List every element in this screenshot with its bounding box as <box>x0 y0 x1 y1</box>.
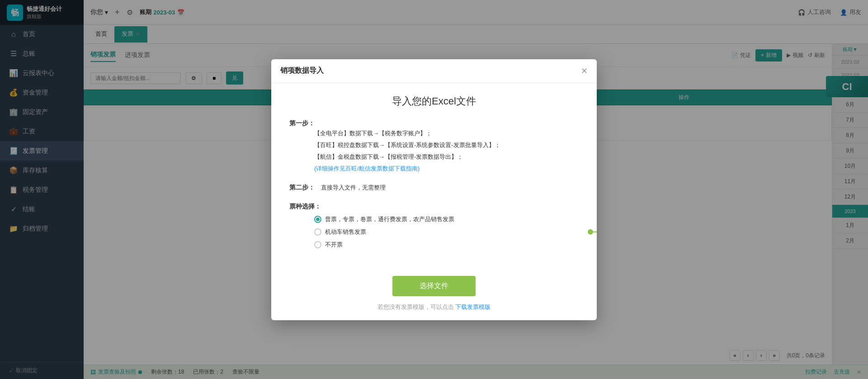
tooltip-dot <box>588 229 593 234</box>
modal-header: 销项数据导入 ✕ <box>271 59 597 83</box>
select-file-button[interactable]: 选择文件 <box>392 276 476 296</box>
tooltip-line <box>593 231 597 232</box>
modal-body: 导入您的Excel文件 第一步： 【全电平台】数据下载→【税务数字账户】； 【百… <box>271 83 597 269</box>
radio-option-1[interactable]: 普票，专票，卷票，通行费发票，农产品销售发票 <box>314 215 579 223</box>
ticket-select-label: 票种选择： <box>289 203 321 211</box>
import-modal: 销项数据导入 ✕ 导入您的Excel文件 第一步： 【全电平台】数据下载→【税务… <box>271 59 597 320</box>
step1-line-3: 【航信】金税盘数据下载→【报税管理-发票数据导出】； <box>314 151 579 163</box>
radio-circle-1 <box>314 216 321 223</box>
tooltip-container: × 现在支持的票种多了，导入发票时别忘了选择正确的发票类型呀！ <box>588 213 597 250</box>
radio-option-2[interactable]: 机动车销售发票 × 现在支持的票种多了，导入发票时别忘了选择正确的发票类型呀！ <box>314 228 579 236</box>
step1-line-1: 【全电平台】数据下载→【税务数字账户】； <box>314 128 579 139</box>
modal-footer: 选择文件 若您没有发票模版，可以点击 下载发票模版 <box>271 269 597 320</box>
step2-block: 第二步： 直接导入文件，无需整理 <box>289 182 579 194</box>
footer-note: 若您没有发票模版，可以点击 下载发票模版 <box>289 303 579 311</box>
radio-group: 普票，专票，卷票，通行费发票，农产品销售发票 机动车销售发票 × 现在支持的票种… <box>314 215 579 249</box>
modal-title: 销项数据导入 <box>280 66 324 76</box>
modal-overlay[interactable]: 销项数据导入 ✕ 导入您的Excel文件 第一步： 【全电平台】数据下载→【税务… <box>0 0 868 379</box>
step1-block: 第一步： 【全电平台】数据下载→【税务数字账户】； 【百旺】税控盘数据下载→【系… <box>289 119 579 173</box>
step1-guide-link[interactable]: (详细操作见百旺/航信发票数据下载指南) <box>314 165 420 172</box>
step1-label: 第一步： <box>289 119 315 127</box>
download-template-link[interactable]: 下载发票模版 <box>455 303 491 310</box>
step1-line-2: 【百旺】税控盘数据下载→【系统设置-系统参数设置-发票批量导入】； <box>314 139 579 151</box>
radio-option-3[interactable]: 不开票 <box>314 241 579 249</box>
step2-label: 第二步： <box>289 184 315 191</box>
ticket-select-block: 票种选择： 普票，专票，卷票，通行费发票，农产品销售发票 机动车销售发票 <box>289 203 579 249</box>
modal-main-title: 导入您的Excel文件 <box>289 95 579 108</box>
step2-content: 直接导入文件，无需整理 <box>321 184 386 191</box>
modal-close-button[interactable]: ✕ <box>581 66 588 76</box>
radio-circle-2 <box>314 228 321 236</box>
radio-circle-3 <box>314 241 321 248</box>
